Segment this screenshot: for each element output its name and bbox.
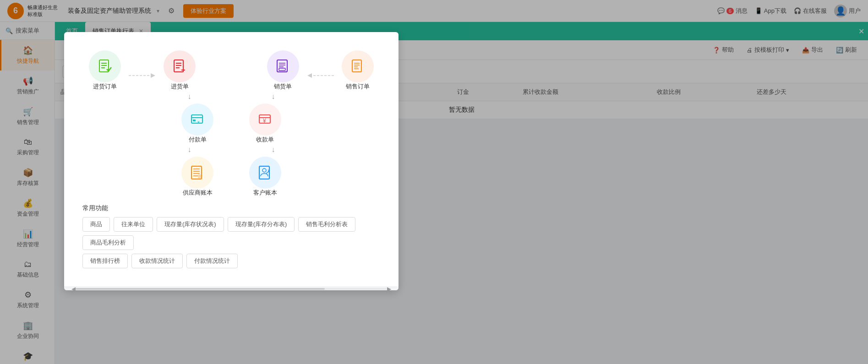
flow-row-2: ¥ 付款单 ¥ 收款单 [89, 103, 374, 144]
common-functions-title: 常用功能 [82, 204, 380, 212]
receipt-bill-circle[interactable]: ¥ [249, 103, 281, 136]
modal-scrollbar[interactable]: ◀ ▶ [64, 287, 399, 290]
supplier-account-col: 供应商账本 [181, 157, 213, 197]
svg-rect-24 [191, 115, 202, 123]
svg-rect-26 [193, 120, 196, 121]
payment-bill-arrow-down: ↓ [188, 146, 191, 154]
func-btn-商品[interactable]: 商品 [82, 217, 110, 232]
supplier-account-circle[interactable] [181, 157, 213, 189]
func-btn-现存量(库存分布表)[interactable]: 现存量(库存分布表) [228, 217, 295, 232]
receipt-bill-col: ¥ 收款单 [249, 103, 281, 144]
func-btns-row1: 商品往来单位现存量(库存状况表)现存量(库存分布表)销售毛利分析表商品毛利分析 [82, 217, 380, 250]
payment-bill-circle[interactable]: ¥ [181, 103, 213, 136]
flow-row-3: 供应商账本 客户账本 [89, 157, 374, 197]
svg-marker-18 [307, 73, 312, 78]
modal-overlay[interactable]: 进货订单 进货单 [0, 0, 868, 364]
customer-account-label: 客户账本 [253, 189, 277, 197]
flow-down-arrows-1: ↓ ↓ [89, 92, 374, 102]
scroll-right-arrow[interactable]: ▶ [387, 286, 391, 291]
payment-bill-col: ¥ 付款单 [181, 103, 213, 144]
purchase-bill-arrow-down: ↓ [188, 92, 191, 101]
func-btn-付款情况统计[interactable]: 付款情况统计 [186, 254, 238, 268]
flow-down-arrows-2: ↓ ↓ [89, 145, 374, 155]
receipt-bill-label: 收款单 [256, 136, 274, 144]
svg-marker-5 [151, 73, 155, 78]
func-btn-往来单位[interactable]: 往来单位 [114, 217, 153, 232]
purchase-bill-circle[interactable] [164, 50, 196, 82]
purchase-bill-label: 进货单 [171, 82, 189, 91]
svg-point-38 [262, 168, 266, 172]
func-btns-row2: 销售排行榜收款情况统计付款情况统计 [82, 254, 380, 268]
purchase-order-col: 进货订单 [89, 50, 121, 91]
scroll-left-arrow[interactable]: ◀ [71, 286, 76, 291]
modal-body: 进货订单 进货单 [64, 32, 399, 287]
customer-account-circle[interactable] [249, 157, 281, 189]
receipt-bill-arrow-down: ↓ [271, 146, 275, 154]
sales-bill-label: 销货单 [274, 82, 292, 91]
purchase-order-circle[interactable] [89, 50, 121, 82]
func-btn-现存量(库存状况表)[interactable]: 现存量(库存状况表) [157, 217, 224, 232]
customer-account-col: 客户账本 [249, 157, 281, 197]
func-btn-商品毛利分析[interactable]: 商品毛利分析 [82, 235, 134, 250]
func-btn-销售排行榜[interactable]: 销售排行榜 [82, 254, 128, 268]
flow-row-1: 进货订单 进货单 [89, 50, 374, 91]
purchase-bill-col: 进货单 [164, 50, 196, 91]
svg-rect-36 [198, 174, 202, 178]
scroll-thumb[interactable] [76, 288, 325, 290]
svg-rect-19 [352, 60, 361, 72]
sales-bill-circle[interactable] [267, 50, 299, 82]
purchase-order-label: 进货订单 [93, 82, 117, 91]
sales-bill-col: 销货单 [267, 50, 299, 91]
func-btn-销售毛利分析表[interactable]: 销售毛利分析表 [298, 217, 355, 232]
arrow-sales-order-to-bill [306, 71, 334, 80]
sales-order-circle[interactable] [342, 50, 374, 82]
arrow-purchase-order-to-bill [129, 71, 156, 80]
common-functions: 常用功能 商品往来单位现存量(库存状况表)现存量(库存分布表)销售毛利分析表商品… [75, 204, 388, 276]
sales-bill-arrow-down: ↓ [271, 92, 275, 101]
svg-text:¥: ¥ [197, 120, 200, 124]
svg-rect-16 [279, 68, 285, 71]
svg-text:¥: ¥ [262, 118, 266, 124]
flow-diagram: 进货订单 进货单 [75, 43, 388, 204]
sales-order-col: 销售订单 [342, 50, 374, 91]
supplier-account-label: 供应商账本 [183, 189, 213, 197]
flow-modal: 进货订单 进货单 [64, 32, 399, 290]
svg-rect-37 [259, 166, 269, 179]
func-btn-收款情况统计[interactable]: 收款情况统计 [131, 254, 183, 268]
sales-order-label: 销售订单 [346, 82, 370, 91]
scroll-track[interactable] [76, 288, 387, 290]
payment-bill-label: 付款单 [189, 136, 207, 144]
